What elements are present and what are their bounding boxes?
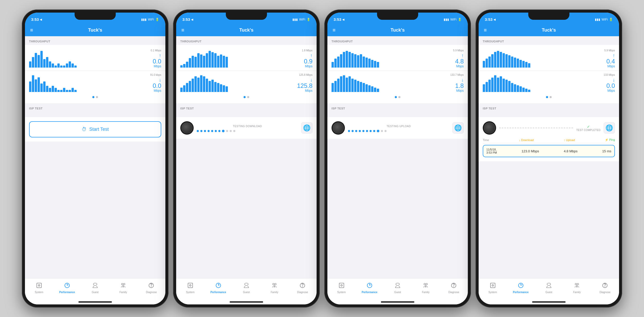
menu-icon[interactable]: ≡	[30, 27, 33, 33]
status-icons: ▮▮▮ WiFi 🔋	[444, 18, 462, 21]
upload-row: 0.1 Mbps ↑ 0.0 Mbps	[29, 49, 161, 68]
dot-1[interactable]	[244, 96, 246, 98]
tab-diagnose[interactable]: Diagnose	[137, 278, 165, 299]
chart-dots	[483, 95, 615, 99]
tab-family[interactable]: Family	[412, 278, 440, 299]
tab-bar: SystemPerformanceGuestFamilyDiagnose	[327, 278, 468, 299]
upload-arrow: ↑	[613, 53, 615, 58]
result-ping: 15 ms	[602, 149, 611, 153]
tab-icon-system	[338, 282, 345, 290]
svg-point-23	[453, 286, 454, 287]
throughput-card: 5.9 Mbps ↑ 0.4 Mbps 133 Mbps ↓ 0.0 Mbps	[479, 45, 619, 103]
tab-system[interactable]: System	[25, 278, 53, 299]
tab-system[interactable]: System	[327, 278, 355, 299]
bottom-safe-area	[176, 299, 317, 304]
tab-label-guest: Guest	[394, 291, 401, 294]
tab-guest[interactable]: Guest	[383, 278, 412, 299]
upload-value: 0.0	[153, 58, 161, 64]
tab-bar: SystemPerformanceGuestFamilyDiagnose	[479, 278, 619, 299]
download-arrow: ↓	[461, 77, 464, 83]
svg-point-5	[123, 285, 124, 286]
result-download: 123.0 Mbps	[522, 149, 539, 153]
spacer	[25, 142, 165, 278]
progress-line	[499, 128, 573, 128]
test-completed-area: ✓ TEST COMPLETED	[576, 125, 601, 132]
result-row: 11/5/18,3:53 PM 123.0 Mbps 4.8 Mbps 15 m…	[483, 145, 615, 157]
upload-info: 5.9 Mbps ↑ 4.8 Mbps	[441, 49, 464, 68]
download-value: 125.8	[297, 83, 312, 89]
tab-system[interactable]: System	[176, 278, 204, 299]
tab-guest[interactable]: Guest	[232, 278, 260, 299]
tab-performance[interactable]: Performance	[355, 278, 383, 299]
upload-max: 1.8 Mbps	[302, 49, 312, 52]
tab-icon-family	[271, 282, 278, 290]
download-chart	[483, 74, 589, 92]
dot-1[interactable]	[395, 96, 397, 98]
download-max: 125.8 Mbps	[299, 73, 312, 76]
tab-family[interactable]: Family	[563, 278, 591, 299]
dot-2[interactable]	[398, 96, 400, 98]
throughput-card: 1.8 Mbps ↑ 0.9 Mbps 125.8 Mbps ↓ 125.8 M…	[176, 45, 317, 103]
tab-diagnose[interactable]: Diagnose	[591, 278, 619, 299]
upload-arrow: ↑	[461, 53, 464, 58]
dot-2[interactable]	[247, 96, 249, 98]
download-max: 91.0 kbps	[150, 73, 161, 76]
phone-phone4: 3:53 ◂ ▮▮▮ WiFi 🔋 ≡ Tuck's THROUGHPUT 5.…	[476, 10, 622, 307]
dot-1[interactable]	[92, 96, 94, 98]
tab-icon-family	[120, 282, 126, 290]
menu-icon[interactable]: ≡	[333, 27, 336, 33]
download-arrow: ↓	[310, 77, 312, 83]
tab-family[interactable]: Family	[109, 278, 137, 299]
upload-unit: Mbps	[607, 64, 615, 68]
upload-unit: Mbps	[305, 64, 312, 68]
signal-icon: ▮▮▮	[141, 18, 147, 21]
tab-performance[interactable]: Performance	[507, 278, 535, 299]
battery-icon: 🔋	[307, 18, 310, 21]
results-header: Time ↓ Download ↑ Upload ⚡ Ping	[483, 137, 615, 143]
tab-label-guest: Guest	[545, 291, 552, 294]
status-time: 3:53 ◂	[182, 17, 193, 22]
dot-1[interactable]	[546, 96, 548, 98]
tab-performance[interactable]: Performance	[204, 278, 232, 299]
completed-label: TEST COMPLETED	[576, 129, 601, 132]
tab-guest[interactable]: Guest	[535, 278, 563, 299]
download-row: 91.0 kbps ↓ 0.0 Mbps	[29, 73, 161, 92]
signal-icon: ▮▮▮	[595, 18, 600, 21]
signal-icon: ▮▮▮	[292, 18, 298, 21]
wifi-icon: WiFi	[450, 18, 457, 21]
tab-icon-guest	[92, 282, 98, 290]
upload-chart	[332, 50, 437, 68]
menu-icon[interactable]: ≡	[181, 27, 184, 33]
dot-2[interactable]	[550, 96, 552, 98]
router-icon	[332, 121, 345, 135]
tab-icon-guest	[243, 282, 249, 290]
notch	[528, 13, 569, 20]
phone-phone2: 3:53 ◂ ▮▮▮ WiFi 🔋 ≡ Tuck's THROUGHPUT 1.…	[173, 10, 320, 307]
menu-icon[interactable]: ≡	[484, 27, 487, 33]
home-indicator	[78, 301, 112, 303]
tab-system[interactable]: System	[479, 278, 507, 299]
tab-family[interactable]: Family	[261, 278, 289, 299]
upload-arrow: ↑	[159, 53, 161, 58]
throughput-label: THROUGHPUT	[327, 36, 468, 45]
tab-icon-performance	[518, 282, 524, 290]
tab-label-performance: Performance	[513, 291, 529, 294]
tab-label-performance: Performance	[362, 291, 377, 294]
tab-diagnose[interactable]: Diagnose	[289, 278, 317, 299]
testing-row: TESTING UPLOAD🌐	[327, 117, 468, 139]
download-unit: Mbps	[607, 89, 615, 92]
tab-diagnose[interactable]: Diagnose	[440, 278, 468, 299]
progress-dots	[197, 130, 298, 132]
start-test-button[interactable]: ⏱ Start Test	[29, 121, 161, 137]
chart-divider	[479, 71, 619, 71]
tab-guest[interactable]: Guest	[81, 278, 109, 299]
globe-icon: 🌐	[604, 122, 615, 134]
check-icon: ✓	[587, 125, 590, 129]
throughput-label: THROUGHPUT	[176, 36, 317, 45]
upload-arrow: ↑	[310, 53, 312, 58]
col-ping: ⚡ Ping	[605, 138, 615, 142]
tab-icon-system	[187, 282, 193, 290]
svg-point-28	[577, 283, 579, 285]
dot-2[interactable]	[96, 96, 98, 98]
tab-performance[interactable]: Performance	[53, 278, 81, 299]
